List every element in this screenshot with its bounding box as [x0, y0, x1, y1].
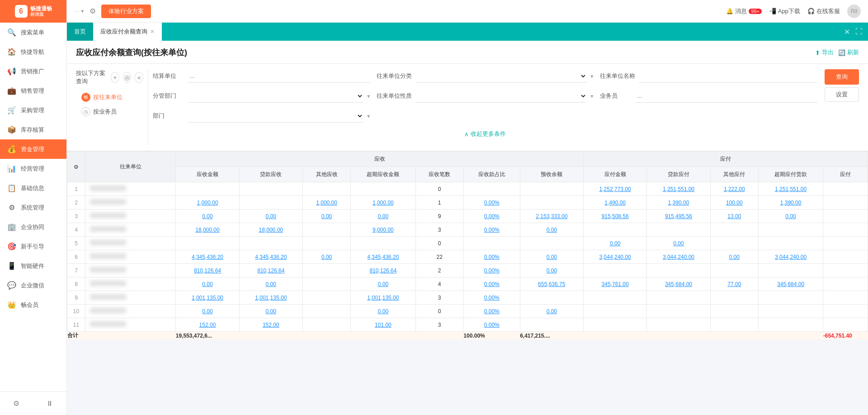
row-ap-loan[interactable]: 0.00: [647, 237, 710, 250]
sidebar-item-guide[interactable]: 🎯 新手引导: [0, 237, 66, 256]
sidebar-item-smart-hw[interactable]: 📱 智能硬件: [0, 256, 66, 276]
row-prepaid[interactable]: 2,153,333.00: [520, 210, 583, 223]
sidebar-item-member[interactable]: 👑 畅会员: [0, 295, 66, 315]
row-ar-amt[interactable]: 18,000.00: [176, 223, 239, 237]
row-ap-other[interactable]: 77.00: [710, 277, 758, 291]
tab-home[interactable]: 首页: [67, 23, 93, 41]
row-ar-overdue[interactable]: 810,126.64: [351, 264, 415, 277]
tab-close-window-icon[interactable]: ✕: [844, 28, 850, 36]
industry-plan-button[interactable]: 体验行业方案: [101, 5, 151, 18]
row-ap-overdue[interactable]: 1,251,551.00: [758, 182, 823, 196]
app-download-item[interactable]: 📲 App下载: [769, 7, 800, 15]
row-ar-pct[interactable]: 0.00%: [463, 196, 520, 210]
row-ap-other[interactable]: 0.00: [710, 250, 758, 264]
row-ap-other[interactable]: 100.00: [710, 196, 758, 210]
row-ar-amt[interactable]: 0.00: [176, 210, 239, 223]
row-ar-pct[interactable]: 0.00%: [463, 210, 520, 223]
row-ap-loan[interactable]: 345,684.00: [647, 277, 710, 291]
row-ap-amt[interactable]: 915,508.56: [583, 210, 646, 223]
row-ar-overdue[interactable]: 4,345,436.20: [351, 250, 415, 264]
sidebar-item-enterprise[interactable]: 🏢 企业协同: [0, 217, 66, 237]
row-ar-pct[interactable]: 0.00%: [463, 305, 520, 318]
customer-nature-select[interactable]: [415, 89, 587, 103]
sidebar-item-purchase[interactable]: 🛒 采购管理: [0, 100, 66, 120]
row-ap-loan[interactable]: 915,495.56: [647, 210, 710, 223]
salesperson-input[interactable]: [635, 89, 817, 103]
sidebar-item-system[interactable]: ⚙ 系统管理: [0, 198, 66, 217]
filter-option-by-sales[interactable]: ◷ 按业务员: [76, 105, 143, 118]
row-ar-amt[interactable]: 0.00: [176, 277, 239, 291]
query-button[interactable]: 查询: [825, 69, 859, 85]
row-ar-amt[interactable]: 0.00: [176, 305, 239, 318]
row-ar-overdue[interactable]: 9,000.00: [351, 223, 415, 237]
filter-option-by-unit[interactable]: 畅 按往来单位: [76, 91, 143, 104]
row-ar-pct[interactable]: 0.00%: [463, 291, 520, 305]
sidebar-item-inventory[interactable]: 📦 库存核算: [0, 120, 66, 139]
row-ar-overdue[interactable]: 1,000.00: [351, 196, 415, 210]
tab-close-icon[interactable]: ✕: [150, 29, 155, 35]
department-select[interactable]: [188, 109, 363, 123]
row-ap-loan[interactable]: 1,251,551.00: [647, 182, 710, 196]
add-scheme-button[interactable]: +: [111, 72, 119, 83]
row-ar-loan[interactable]: 0.00: [239, 210, 302, 223]
row-ar-pct[interactable]: 0.00%: [463, 264, 520, 277]
row-ap-amt[interactable]: 3,044,240.00: [583, 250, 646, 264]
row-ar-other[interactable]: 0.00: [302, 250, 350, 264]
row-ar-loan[interactable]: 0.00: [239, 277, 302, 291]
row-ap-other[interactable]: 1,222.00: [710, 182, 758, 196]
row-ap-amt[interactable]: 0.00: [583, 237, 646, 250]
customer-category-select[interactable]: [415, 69, 587, 83]
row-ap-amt[interactable]: 1,252,773.00: [583, 182, 646, 196]
row-ap-other[interactable]: 13.00: [710, 210, 758, 223]
row-ap-overdue[interactable]: 1,390.00: [758, 196, 823, 210]
user-avatar[interactable]: Rit: [847, 5, 861, 18]
row-ar-overdue[interactable]: 1,001,135.00: [351, 291, 415, 305]
row-ap-amt[interactable]: 1,490.00: [583, 196, 646, 210]
gear-header[interactable]: ⚙: [67, 152, 85, 182]
row-ar-loan[interactable]: 4,345,436.20: [239, 250, 302, 264]
row-ar-other[interactable]: 0.00: [302, 210, 350, 223]
row-ar-overdue[interactable]: 101.00: [351, 318, 415, 332]
sidebar-item-finance[interactable]: 💰 资金管理: [0, 139, 66, 159]
settings-footer-icon[interactable]: ⚙: [10, 396, 22, 410]
row-prepaid[interactable]: 0.00: [520, 264, 583, 277]
sidebar-item-operation[interactable]: 📊 经营管理: [0, 159, 66, 178]
row-ar-loan[interactable]: 0.00: [239, 305, 302, 318]
row-ar-amt[interactable]: 152.00: [176, 318, 239, 332]
row-ap-overdue[interactable]: 345,684.00: [758, 277, 823, 291]
row-ar-loan[interactable]: 1,001,135.00: [239, 291, 302, 305]
edit-scheme-button[interactable]: ◎: [123, 72, 132, 83]
refresh-button[interactable]: 🔄 刷新: [838, 48, 859, 57]
branch-dept-select[interactable]: [188, 89, 363, 103]
row-prepaid[interactable]: 0.00: [520, 250, 583, 264]
row-ar-overdue[interactable]: 0.00: [351, 210, 415, 223]
row-ar-loan[interactable]: 810,126.64: [239, 264, 302, 277]
tab-maximize-icon[interactable]: ⛶: [855, 28, 863, 36]
customer-name-input[interactable]: [639, 69, 817, 83]
sidebar-item-search-menu[interactable]: 🔍 搜索菜单: [0, 23, 66, 42]
sidebar-item-marketing[interactable]: 📢 营销推广: [0, 62, 66, 81]
sidebar-item-wechat[interactable]: 💬 企业微信: [0, 276, 66, 295]
sidebar-item-basic-info[interactable]: 📋 基础信息: [0, 178, 66, 198]
row-prepaid[interactable]: 0.00: [520, 223, 583, 237]
collapse-footer-icon[interactable]: ⏸: [43, 397, 56, 410]
row-ap-loan[interactable]: 1,390.00: [647, 196, 710, 210]
row-ap-overdue[interactable]: 0.00: [758, 210, 823, 223]
row-ap-loan[interactable]: 3,044,240.00: [647, 250, 710, 264]
sidebar-item-sales[interactable]: 💼 销售管理: [0, 81, 66, 100]
row-ar-other[interactable]: 1,000.00: [302, 196, 350, 210]
row-ar-amt[interactable]: 1,001,135.00: [176, 291, 239, 305]
online-service-item[interactable]: 🎧 在线客服: [807, 7, 840, 15]
table-gear-icon[interactable]: ⚙: [74, 164, 79, 170]
setting-button[interactable]: 设置: [825, 87, 859, 102]
export-button[interactable]: ⬆ 导出: [815, 48, 834, 57]
row-ar-pct[interactable]: 0.00%: [463, 250, 520, 264]
row-ar-pct[interactable]: 0.00%: [463, 318, 520, 332]
row-ap-overdue[interactable]: 3,044,240.00: [758, 250, 823, 264]
more-conditions-toggle[interactable]: ∧ 收起更多条件: [153, 126, 817, 142]
notification-item[interactable]: 🔔 消息 99+: [726, 7, 762, 15]
row-ar-pct[interactable]: 0.00%: [463, 277, 520, 291]
settlement-unit-input[interactable]: [188, 69, 370, 83]
topbar-gear-icon[interactable]: ⚙: [90, 7, 96, 15]
row-ar-loan[interactable]: 18,000.00: [239, 223, 302, 237]
